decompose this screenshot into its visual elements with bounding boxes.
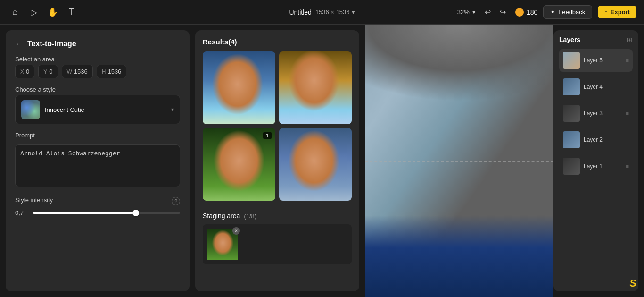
slider-value: 0,7	[15, 209, 28, 216]
feedback-icon: ✦	[550, 8, 555, 16]
layer-3-visibility-icon[interactable]: ≡	[626, 110, 629, 116]
coord-y[interactable]: Y 0	[38, 65, 58, 78]
staging-count: (1/8)	[244, 212, 256, 220]
dashed-border	[365, 161, 553, 162]
select-area-label: Select an area	[15, 56, 180, 63]
prompt-label: Prompt	[15, 132, 180, 139]
panel-header: ← Text-to-Image	[15, 40, 180, 48]
style-intensity-label: Style intensity	[15, 196, 53, 204]
export-icon: ↑	[604, 8, 608, 16]
text-icon[interactable]: T	[64, 5, 79, 20]
layer-2-label: Layer 2	[584, 136, 622, 143]
result-image-2[interactable]	[279, 51, 352, 124]
result-img-content-4	[279, 128, 352, 201]
coord-h[interactable]: H 1536	[97, 65, 127, 78]
home-icon[interactable]: ⌂	[8, 5, 23, 20]
face-suit	[365, 215, 553, 297]
redo-button[interactable]: ↪	[496, 6, 510, 19]
staging-section: Staging area (1/8) ✕	[203, 212, 352, 264]
export-button[interactable]: ↑ Export	[598, 6, 636, 18]
help-icon[interactable]: ?	[172, 197, 180, 205]
staging-thumbnail[interactable]: ✕	[207, 229, 238, 260]
document-size[interactable]: 1536 × 1536 ▾	[315, 8, 355, 16]
coord-w[interactable]: W 1536	[62, 65, 93, 78]
layer-5-label: Layer 5	[584, 57, 622, 64]
result-img-content-2	[279, 51, 352, 124]
center-panel: Results(4) 1	[190, 25, 365, 297]
layer-5-thumbnail	[563, 52, 580, 69]
prompt-textarea[interactable]: Arnold Alois Schwarzenegger	[15, 144, 180, 187]
result-image-4[interactable]	[279, 128, 352, 201]
prompt-section: Prompt Arnold Alois Schwarzenegger	[15, 132, 180, 189]
layer-item-2[interactable]: Layer 2 ≡	[559, 128, 633, 151]
panel-title: Text-to-Image	[27, 40, 76, 48]
chevron-down-icon: ▾	[171, 106, 174, 113]
layer-1-visibility-icon[interactable]: ≡	[626, 163, 629, 169]
left-panel: ← Text-to-Image Select an area X 0 Y 0 W…	[6, 30, 190, 291]
tool-group: ⌂ ▷ ✋ T	[8, 5, 79, 20]
right-panel: Layers ⊞ Layer 5 ≡ Layer 4 ≡ Layer 3 ≡ L…	[553, 30, 638, 291]
layer-item-3[interactable]: Layer 3 ≡	[559, 102, 633, 125]
layer-item-1[interactable]: Layer 1 ≡	[559, 155, 633, 178]
staging-area: ✕	[203, 224, 352, 264]
results-title: Results(4)	[203, 38, 352, 46]
slider-row: 0,7	[15, 209, 180, 216]
layer-5-visibility-icon[interactable]: ≡	[626, 58, 629, 63]
style-intensity-section: Style intensity ? 0,7	[15, 196, 180, 216]
style-thumb-inner	[21, 100, 40, 119]
undo-button[interactable]: ↩	[481, 6, 495, 19]
layer-item-5[interactable]: Layer 5 ≡	[559, 49, 633, 72]
layers-title: Layers	[559, 36, 580, 43]
layers-settings-icon[interactable]: ⊞	[627, 36, 633, 43]
layer-1-label: Layer 1	[584, 163, 622, 170]
layer-2-visibility-icon[interactable]: ≡	[626, 137, 629, 143]
result-badge: 1	[263, 132, 272, 139]
result-image-3[interactable]: 1	[203, 128, 275, 201]
select-icon[interactable]: ▷	[26, 5, 41, 20]
staging-title: Staging area (1/8)	[203, 212, 352, 220]
slider-thumb[interactable]	[132, 210, 139, 216]
zoom-control[interactable]: 32% ▾	[457, 8, 476, 16]
result-image-1[interactable]	[203, 51, 275, 124]
coins-display: 180	[515, 8, 537, 17]
layer-4-visibility-icon[interactable]: ≡	[626, 84, 629, 90]
layer-1-thumbnail	[563, 158, 580, 175]
canvas-area	[365, 25, 553, 297]
canvas-background[interactable]	[365, 25, 553, 297]
topbar: ⌂ ▷ ✋ T Untitled 1536 × 1536 ▾ 32% ▾ ↩ ↪…	[0, 0, 644, 25]
main-area: ← Text-to-Image Select an area X 0 Y 0 W…	[0, 25, 644, 297]
layer-4-thumbnail	[563, 78, 580, 95]
coin-icon	[515, 8, 524, 17]
feedback-button[interactable]: ✦ Feedback	[543, 5, 592, 19]
style-dropdown[interactable]: Innocent Cutie ▾	[15, 95, 180, 124]
face-hair	[365, 25, 553, 120]
layer-3-label: Layer 3	[584, 110, 622, 117]
layer-3-thumbnail	[563, 105, 580, 122]
back-button[interactable]: ←	[15, 40, 23, 48]
style-thumbnail	[21, 100, 40, 119]
coord-row: X 0 Y 0 W 1536 H 1536	[15, 65, 180, 78]
slider-track[interactable]	[33, 212, 180, 214]
result-img-content-3: 1	[203, 128, 275, 201]
undo-redo-group: ↩ ↪	[481, 6, 510, 19]
style-name: Innocent Cutie	[45, 106, 166, 113]
layers-header: Layers ⊞	[559, 36, 633, 43]
choose-style-section: Choose a style Innocent Cutie ▾	[15, 86, 180, 124]
coin-count: 180	[527, 8, 537, 16]
brand-logo: S	[629, 277, 636, 289]
coord-x[interactable]: X 0	[15, 65, 34, 78]
hand-icon[interactable]: ✋	[45, 5, 60, 20]
results-grid: 1	[203, 51, 352, 201]
layer-item-4[interactable]: Layer 4 ≡	[559, 76, 633, 98]
results-section: Results(4) 1	[195, 30, 359, 291]
choose-style-label: Choose a style	[15, 86, 180, 93]
staging-remove-button[interactable]: ✕	[232, 227, 240, 235]
style-intensity-header: Style intensity ?	[15, 196, 180, 205]
layer-4-label: Layer 4	[584, 84, 622, 90]
document-title: Untitled	[289, 8, 311, 16]
slider-fill	[33, 212, 136, 214]
layer-2-thumbnail	[563, 131, 580, 148]
select-area-section: Select an area X 0 Y 0 W 1536 H 1536	[15, 56, 180, 78]
result-img-content-1	[203, 51, 275, 124]
document-info: Untitled 1536 × 1536 ▾	[289, 8, 355, 16]
